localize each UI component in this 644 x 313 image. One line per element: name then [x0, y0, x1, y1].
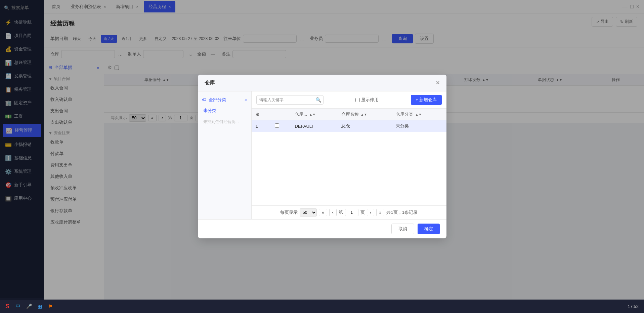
modal-row-category: 未分类 [392, 120, 446, 132]
modal-overlay[interactable]: 仓库 × 🏷 全部分类 « 未分类 未找到任何经营历... [0, 0, 644, 313]
modal-sort-name-icon[interactable]: ▲▼ [360, 113, 367, 116]
taskbar-icon-5[interactable]: ⚑ [46, 302, 55, 311]
modal-per-page-select[interactable]: 50 100 [300, 208, 317, 217]
modal-pagination: 每页显示 50 100 « ‹ 第 页 › » 共1页，1条记录 [252, 205, 446, 219]
warehouse-modal: 仓库 × 🏷 全部分类 « 未分类 未找到任何经营历... [198, 75, 446, 238]
taskbar-time: 17:52 [628, 304, 641, 309]
modal-header: 仓库 × [198, 75, 446, 91]
modal-page-suffix: 页 [360, 209, 365, 216]
modal-sort-cat-icon[interactable]: ▲▼ [415, 113, 422, 116]
modal-right-panel: 🔍 显示停用 + 新增仓库 ⚙ [252, 91, 446, 219]
modal-row-name: 总仓 [337, 120, 392, 132]
modal-title: 仓库 [205, 80, 215, 86]
modal-footer: 取消 确定 [198, 219, 446, 238]
modal-table: ⚙ 仓库... ▲▼ 仓库名称 ▲▼ 仓库分类 ▲▼ [252, 109, 446, 205]
modal-search-box[interactable]: 🔍 [256, 95, 324, 105]
modal-per-page-label: 每页显示 [280, 209, 298, 216]
modal-row-code: DEFAULT [291, 120, 337, 132]
modal-left-all-label: 🏷 全部分类 [202, 97, 226, 103]
table-row[interactable]: 1 DEFAULT 总仓 未分类 [252, 120, 446, 132]
tag-icon: 🏷 [202, 97, 206, 102]
modal-toolbar: 🔍 显示停用 + 新增仓库 [252, 91, 446, 109]
cancel-button[interactable]: 取消 [391, 224, 414, 234]
taskbar-icon-3[interactable]: 🎤 [24, 302, 34, 311]
taskbar-icon-2[interactable]: 中 [13, 302, 23, 311]
taskbar: S 中 🎤 ▦ ⚑ 17:52 [0, 300, 644, 313]
modal-next-btn[interactable]: › [367, 209, 374, 216]
modal-col-check [271, 109, 291, 120]
modal-col-code: 仓库... ▲▼ [291, 109, 337, 120]
modal-page-input[interactable] [345, 209, 358, 216]
show-disabled-checkbox[interactable] [355, 98, 360, 102]
modal-close-btn[interactable]: × [436, 79, 440, 86]
modal-row-num: 1 [252, 120, 271, 132]
confirm-button[interactable]: 确定 [418, 224, 440, 234]
modal-body: 🏷 全部分类 « 未分类 未找到任何经营历... 🔍 [198, 91, 446, 219]
modal-search-input[interactable] [257, 96, 313, 104]
modal-prev-btn[interactable]: ‹ [329, 209, 337, 216]
modal-sort-icon[interactable]: ▲▼ [309, 113, 316, 116]
modal-left-collapse-icon[interactable]: « [245, 97, 247, 103]
modal-left-header[interactable]: 🏷 全部分类 « [198, 95, 251, 105]
modal-search-icon: 🔍 [313, 95, 323, 104]
row-checkbox[interactable] [275, 123, 279, 128]
modal-first-btn[interactable]: « [319, 209, 327, 216]
modal-col-category: 仓库分类 ▲▼ [392, 109, 446, 120]
show-disabled-label: 显示停用 [361, 97, 379, 103]
taskbar-icon-4[interactable]: ▦ [35, 302, 44, 311]
modal-left-empty: 未找到任何经营历... [198, 116, 251, 127]
warehouse-table: ⚙ 仓库... ▲▼ 仓库名称 ▲▼ 仓库分类 ▲▼ [252, 109, 446, 132]
modal-table-header: ⚙ 仓库... ▲▼ 仓库名称 ▲▼ 仓库分类 ▲▼ [252, 109, 446, 120]
add-warehouse-button[interactable]: + 新增仓库 [411, 95, 441, 105]
modal-total: 共1页，1条记录 [386, 209, 417, 216]
modal-col-settings: ⚙ [252, 109, 271, 120]
modal-col-name: 仓库名称 ▲▼ [337, 109, 392, 120]
modal-page-label: 第 [339, 209, 343, 216]
taskbar-icon-1[interactable]: S [3, 302, 12, 311]
modal-left-panel: 🏷 全部分类 « 未分类 未找到任何经营历... [198, 91, 252, 219]
modal-row-check [271, 120, 291, 132]
modal-show-disabled-group: 显示停用 [355, 97, 379, 103]
modal-last-btn[interactable]: » [376, 209, 385, 216]
modal-left-item-uncategorized[interactable]: 未分类 [198, 105, 251, 116]
